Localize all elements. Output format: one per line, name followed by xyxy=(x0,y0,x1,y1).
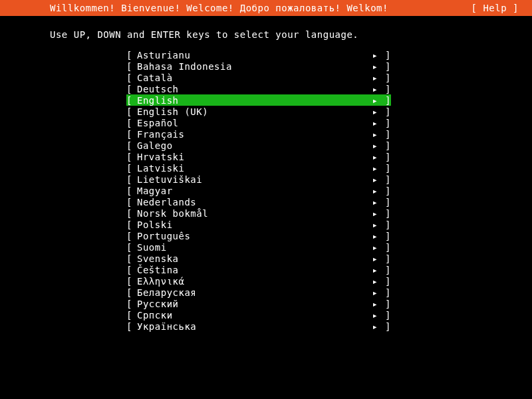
bracket-open: [ xyxy=(126,174,137,185)
arrow-right-icon: ▸ xyxy=(370,95,380,106)
bracket-open: [ xyxy=(126,140,137,151)
bracket-close: ] xyxy=(380,152,391,162)
bracket-open: [ xyxy=(126,186,137,196)
language-option[interactable]: [Беларуская▸] xyxy=(126,287,391,298)
arrow-right-icon: ▸ xyxy=(370,84,380,94)
language-label: Latviski xyxy=(137,163,370,174)
bracket-close: ] xyxy=(380,265,391,275)
language-option[interactable]: [Français▸] xyxy=(126,128,391,140)
bracket-open: [ xyxy=(126,231,137,241)
arrow-right-icon: ▸ xyxy=(370,140,380,151)
bracket-open: [ xyxy=(126,310,137,321)
language-label: Čeština xyxy=(137,265,370,275)
language-option[interactable]: [Čeština▸] xyxy=(126,264,391,275)
language-option[interactable]: [Latviski▸] xyxy=(126,162,391,174)
language-option[interactable]: [Српски▸] xyxy=(126,309,391,321)
bracket-open: [ xyxy=(126,84,137,94)
bracket-open: [ xyxy=(126,265,137,275)
language-option[interactable]: [Русский▸] xyxy=(126,298,391,309)
arrow-right-icon: ▸ xyxy=(370,50,380,61)
bracket-close: ] xyxy=(380,61,391,72)
arrow-right-icon: ▸ xyxy=(370,219,380,230)
bracket-open: [ xyxy=(126,61,137,72)
language-label: Беларуская xyxy=(137,287,370,298)
bracket-open: [ xyxy=(126,129,137,140)
arrow-right-icon: ▸ xyxy=(370,129,380,140)
language-option[interactable]: [Hrvatski▸] xyxy=(126,151,391,162)
language-list: [Asturianu▸][Bahasa Indonesia▸][Català▸]… xyxy=(0,47,532,332)
bracket-open: [ xyxy=(126,72,137,83)
arrow-right-icon: ▸ xyxy=(370,287,380,298)
bracket-open: [ xyxy=(126,208,137,219)
bracket-close: ] xyxy=(380,174,391,185)
arrow-right-icon: ▸ xyxy=(370,276,380,287)
bracket-open: [ xyxy=(126,253,137,264)
bracket-close: ] xyxy=(380,95,391,106)
arrow-right-icon: ▸ xyxy=(370,197,380,207)
arrow-right-icon: ▸ xyxy=(370,186,380,196)
bracket-open: [ xyxy=(126,287,137,298)
arrow-right-icon: ▸ xyxy=(370,72,380,83)
arrow-right-icon: ▸ xyxy=(370,242,380,253)
bracket-close: ] xyxy=(380,186,391,196)
instruction-text: Use UP, DOWN and ENTER keys to select yo… xyxy=(0,16,532,47)
bracket-close: ] xyxy=(380,208,391,219)
language-option[interactable]: [Lietuviškai▸] xyxy=(126,174,391,185)
language-option[interactable]: [Magyar▸] xyxy=(126,185,391,196)
bracket-close: ] xyxy=(380,310,391,321)
language-label: Hrvatski xyxy=(137,152,370,162)
bracket-close: ] xyxy=(380,163,391,174)
language-option[interactable]: [Nederlands▸] xyxy=(126,196,391,207)
language-label: English xyxy=(137,95,370,106)
language-option[interactable]: [Deutsch▸] xyxy=(126,83,391,94)
header-bar: Willkommen! Bienvenue! Welcome! Добро по… xyxy=(0,0,532,16)
language-option[interactable]: [Svenska▸] xyxy=(126,253,391,264)
language-label: Asturianu xyxy=(137,50,370,61)
language-label: Polski xyxy=(137,219,370,230)
bracket-close: ] xyxy=(380,140,391,151)
language-label: Norsk bokmål xyxy=(137,208,370,219)
language-label: Русский xyxy=(137,299,370,309)
language-label: Bahasa Indonesia xyxy=(137,61,370,72)
language-option[interactable]: [Ελληνικά▸] xyxy=(126,275,391,287)
language-option[interactable]: [Bahasa Indonesia▸] xyxy=(126,61,391,72)
arrow-right-icon: ▸ xyxy=(370,265,380,275)
bracket-open: [ xyxy=(126,299,137,309)
arrow-right-icon: ▸ xyxy=(370,299,380,309)
language-option[interactable]: [Español▸] xyxy=(126,117,391,128)
language-option[interactable]: [Norsk bokmål▸] xyxy=(126,207,391,219)
language-option[interactable]: [Asturianu▸] xyxy=(126,49,391,61)
bracket-close: ] xyxy=(380,242,391,253)
language-option[interactable]: [Suomi▸] xyxy=(126,241,391,253)
bracket-open: [ xyxy=(126,242,137,253)
bracket-open: [ xyxy=(126,197,137,207)
bracket-open: [ xyxy=(126,321,137,332)
arrow-right-icon: ▸ xyxy=(370,61,380,72)
bracket-close: ] xyxy=(380,253,391,264)
help-button[interactable]: [ Help ] xyxy=(471,3,519,13)
language-label: Ελληνικά xyxy=(137,276,370,287)
language-option[interactable]: [Galego▸] xyxy=(126,140,391,151)
language-option[interactable]: [Português▸] xyxy=(126,230,391,241)
language-option[interactable]: [English (UK)▸] xyxy=(126,106,391,117)
arrow-right-icon: ▸ xyxy=(370,152,380,162)
bracket-close: ] xyxy=(380,276,391,287)
language-option[interactable]: [Català▸] xyxy=(126,72,391,83)
language-option[interactable]: [Polski▸] xyxy=(126,219,391,230)
bracket-close: ] xyxy=(380,197,391,207)
bracket-close: ] xyxy=(380,50,391,61)
bracket-close: ] xyxy=(380,129,391,140)
bracket-open: [ xyxy=(126,95,137,106)
bracket-open: [ xyxy=(126,118,137,128)
language-option[interactable]: [Українська▸] xyxy=(126,321,391,332)
language-label: Nederlands xyxy=(137,197,370,207)
bracket-close: ] xyxy=(380,321,391,332)
arrow-right-icon: ▸ xyxy=(370,253,380,264)
language-label: Español xyxy=(137,118,370,128)
arrow-right-icon: ▸ xyxy=(370,231,380,241)
header-title: Willkommen! Bienvenue! Welcome! Добро по… xyxy=(50,3,388,13)
arrow-right-icon: ▸ xyxy=(370,163,380,174)
bracket-open: [ xyxy=(126,163,137,174)
language-option[interactable]: [English▸] xyxy=(126,94,391,106)
language-label: Magyar xyxy=(137,186,370,196)
